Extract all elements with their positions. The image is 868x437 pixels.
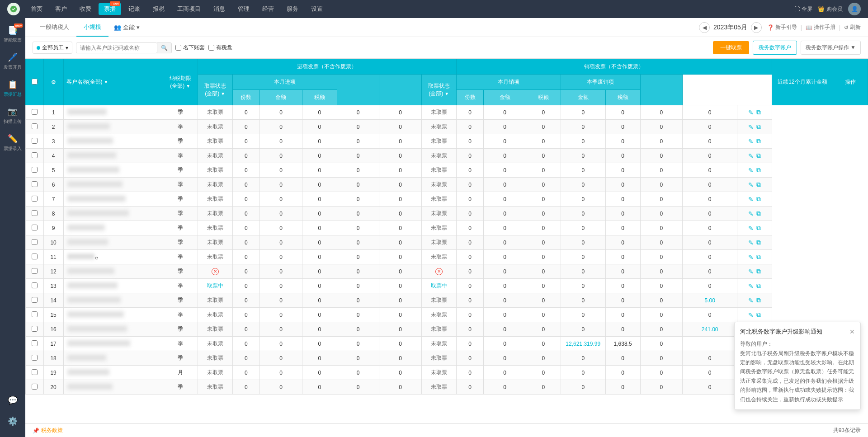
nav-item-manage[interactable]: 管理 xyxy=(232,3,255,15)
edit-icon[interactable]: ✎ xyxy=(748,196,754,203)
vip-button[interactable]: 👑 购会员 xyxy=(818,5,843,13)
sidebar-item-invoice-summary[interactable]: 📋 票据汇总 xyxy=(0,76,25,101)
nav-item-message[interactable]: 消息 xyxy=(208,3,231,15)
edit-icon[interactable]: ✎ xyxy=(748,297,754,304)
edit-icon[interactable]: ✎ xyxy=(748,123,754,131)
manual-button[interactable]: 📖 操作手册 xyxy=(806,23,835,31)
edit-icon[interactable]: ✎ xyxy=(748,109,754,116)
fei-amount-link[interactable]: 12,621,319.99 xyxy=(566,341,600,347)
employee-selector[interactable]: 全部员工 ▾ xyxy=(33,42,72,54)
nav-item-invoice[interactable]: 票据 new xyxy=(99,3,121,15)
copy-icon[interactable]: ⧉ xyxy=(756,181,761,188)
sidebar-item-msg[interactable]: 💬 xyxy=(6,392,19,409)
row-checkbox[interactable] xyxy=(32,384,38,390)
period-sort-icon[interactable]: ▼ xyxy=(186,84,190,89)
edit-icon[interactable]: ✎ xyxy=(748,181,754,188)
named-accounts-checkbox[interactable]: 名下账套 xyxy=(175,44,205,52)
row-checkbox[interactable] xyxy=(32,123,38,129)
refresh-button[interactable]: ↺ 刷新 xyxy=(844,23,861,31)
search-input[interactable] xyxy=(76,42,157,53)
row-checkbox[interactable] xyxy=(32,282,38,288)
edit-icon[interactable]: ✎ xyxy=(748,210,754,217)
copy-icon[interactable]: ⧉ xyxy=(756,239,761,246)
row-checkbox[interactable] xyxy=(32,152,38,158)
tab-general-taxpayer[interactable]: 一般纳税人 xyxy=(33,19,76,37)
tab-allround[interactable]: 👥 全能 ▾ xyxy=(108,19,145,36)
copy-icon[interactable]: ⧉ xyxy=(756,123,761,131)
sidebar-item-invoice-open[interactable]: 🖊️ 发票开具 xyxy=(0,49,25,74)
nav-item-home[interactable]: 首页 xyxy=(25,3,48,15)
row-checkbox[interactable] xyxy=(32,340,38,346)
edit-icon[interactable]: ✎ xyxy=(748,311,754,319)
copy-icon[interactable]: ⧉ xyxy=(756,253,761,261)
row-checkbox[interactable] xyxy=(32,225,38,230)
row-checkbox[interactable] xyxy=(32,138,38,144)
fullscreen-button[interactable]: ⛶ 全屏 xyxy=(794,5,812,13)
edit-icon[interactable]: ✎ xyxy=(748,225,754,232)
nav-item-tax[interactable]: 报税 xyxy=(147,3,170,15)
copy-icon[interactable]: ⧉ xyxy=(756,108,761,116)
sidebar-item-setting[interactable]: ⚙️ xyxy=(6,413,19,430)
period-prev-button[interactable]: ◀ xyxy=(699,22,710,33)
copy-icon[interactable]: ⧉ xyxy=(756,224,761,232)
tax-digital-account-button[interactable]: 税务数字账户 xyxy=(753,41,797,55)
select-all-checkbox[interactable] xyxy=(32,79,38,85)
copy-icon[interactable]: ⧉ xyxy=(756,311,761,319)
row-checkbox[interactable] xyxy=(32,326,38,332)
jinx-status-sort-icon[interactable]: ▼ xyxy=(221,91,225,96)
copy-icon[interactable]: ⧉ xyxy=(756,137,761,145)
name-sort-icon[interactable]: ▼ xyxy=(104,80,108,85)
row-checkbox[interactable] xyxy=(32,311,38,317)
settings-col-icon[interactable]: ⚙ xyxy=(51,79,56,85)
notification-close-button[interactable]: ✕ xyxy=(849,328,855,335)
row-checkbox[interactable] xyxy=(32,109,38,115)
sidebar-item-scan-upload[interactable]: 📷 扫描上传 xyxy=(0,103,25,128)
copy-icon[interactable]: ⧉ xyxy=(756,195,761,203)
copy-icon[interactable]: ⧉ xyxy=(756,282,761,290)
one-click-tax-button[interactable]: 一键取票 xyxy=(713,41,749,54)
tax-digital-account-op-button[interactable]: 税务数字账户操作 ▼ xyxy=(801,41,861,55)
guide-button[interactable]: ❓ 新手引导 xyxy=(767,23,797,31)
sidebar-item-invoice-entry[interactable]: ✏️ 票据录入 xyxy=(0,130,25,155)
row-checkbox[interactable] xyxy=(32,196,38,202)
has-taxdisk-checkbox[interactable]: 有税盘 xyxy=(208,44,232,52)
row-checkbox[interactable] xyxy=(32,297,38,303)
copy-icon[interactable]: ⧉ xyxy=(756,210,761,217)
edit-icon[interactable]: ✎ xyxy=(748,167,754,174)
edit-icon[interactable]: ✎ xyxy=(748,254,754,261)
sidebar-item-smart-ticket[interactable]: 📑 智能取票 new xyxy=(0,22,25,47)
edit-icon[interactable]: ✎ xyxy=(748,152,754,160)
copy-icon[interactable]: ⧉ xyxy=(756,152,761,160)
nav-item-bookkeeping[interactable]: 记账 xyxy=(123,3,146,15)
search-button[interactable]: 🔍 xyxy=(157,42,172,53)
nav-item-settings[interactable]: 设置 xyxy=(306,3,328,15)
xiao-status-sort-icon[interactable]: ▼ xyxy=(444,91,449,96)
edit-icon[interactable]: ✎ xyxy=(748,138,754,145)
tab-small-scale[interactable]: 小规模 xyxy=(76,19,108,37)
row-checkbox[interactable] xyxy=(32,268,38,274)
row-checkbox[interactable] xyxy=(32,181,38,187)
nav-item-operation[interactable]: 经营 xyxy=(257,3,279,15)
edit-icon[interactable]: ✎ xyxy=(748,239,754,246)
jinx-extra2: 0 xyxy=(379,207,422,221)
copy-icon[interactable]: ⧉ xyxy=(756,166,761,174)
row-checkbox[interactable] xyxy=(32,167,38,173)
policy-link[interactable]: 📌 税务政策 xyxy=(33,427,63,434)
period-next-button[interactable]: ▶ xyxy=(751,22,762,33)
copy-icon[interactable]: ⧉ xyxy=(756,296,761,304)
edit-icon[interactable]: ✎ xyxy=(748,282,754,290)
nav-item-service[interactable]: 服务 xyxy=(281,3,304,15)
row-checkbox[interactable] xyxy=(32,239,38,245)
cumulative-link[interactable]: 241.00 xyxy=(702,326,718,333)
row-checkbox[interactable] xyxy=(32,369,38,375)
edit-icon[interactable]: ✎ xyxy=(748,268,754,275)
copy-icon[interactable]: ⧉ xyxy=(756,268,761,275)
row-checkbox[interactable] xyxy=(32,355,38,361)
nav-item-fee[interactable]: 收费 xyxy=(74,3,97,15)
nav-item-customer[interactable]: 客户 xyxy=(50,3,72,15)
row-checkbox[interactable] xyxy=(32,254,38,259)
cumulative-link[interactable]: 5.00 xyxy=(704,297,715,304)
nav-item-business[interactable]: 工商项目 xyxy=(172,3,206,15)
row-checkbox[interactable] xyxy=(32,210,38,216)
user-avatar[interactable]: 👤 xyxy=(848,3,861,15)
